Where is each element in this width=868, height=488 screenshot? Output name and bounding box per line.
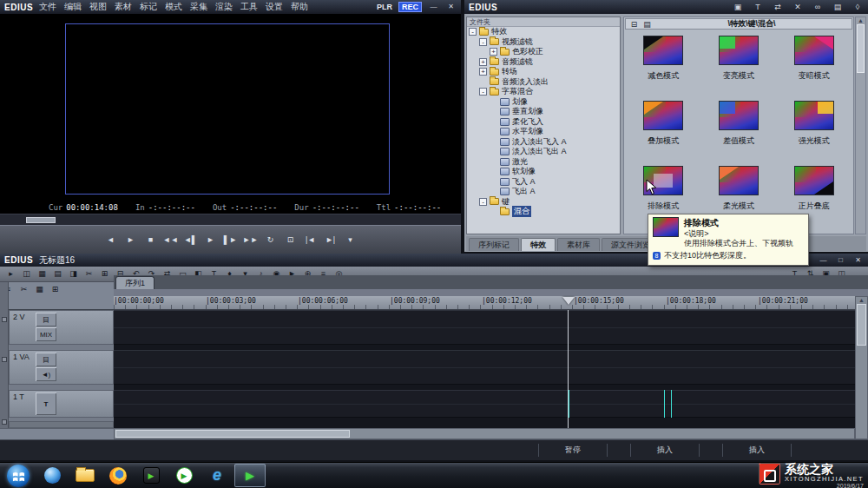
- minimize-icon[interactable]: —: [818, 255, 829, 266]
- tree-item-effects[interactable]: - 特效: [467, 27, 620, 37]
- tree-expander-icon[interactable]: -: [479, 88, 487, 96]
- bin-button[interactable]: ▤: [51, 268, 64, 280]
- scrollbar-thumb[interactable]: [857, 24, 865, 73]
- add-track-button[interactable]: ⊞: [98, 268, 111, 280]
- tree-expander-icon[interactable]: -: [479, 198, 487, 206]
- effect-subtract-mode[interactable]: 减色模式: [629, 36, 697, 82]
- track-select-dot[interactable]: [2, 357, 7, 362]
- timeline-horizontal-scrollbar[interactable]: [114, 428, 855, 439]
- new-bin-icon[interactable]: ▣: [732, 2, 744, 13]
- tree-expander-icon[interactable]: -: [469, 28, 477, 36]
- media-center-app-icon[interactable]: [36, 464, 68, 487]
- grid-icon[interactable]: ▦: [33, 283, 46, 295]
- link-icon[interactable]: ∞: [812, 2, 824, 13]
- menu-item[interactable]: 素材: [115, 1, 132, 13]
- menu-item[interactable]: 工具: [240, 1, 258, 13]
- playhead-line[interactable]: [568, 310, 569, 428]
- transition-icon[interactable]: ⇄: [772, 2, 784, 13]
- timeline-menu-button[interactable]: ▸: [4, 268, 17, 280]
- track-header-partial[interactable]: [9, 421, 114, 428]
- track-select-dot[interactable]: [2, 317, 7, 322]
- close-icon[interactable]: ✕: [852, 255, 864, 266]
- tree-item-blend[interactable]: 混合: [467, 207, 620, 217]
- palette-scrollbar[interactable]: ▲: [855, 16, 866, 234]
- seek-bar[interactable]: [0, 214, 461, 225]
- timeline-ruler[interactable]: |00:00:00;00|00:00:03;00|00:00:06;00|00:…: [114, 296, 855, 310]
- effect-difference-mode[interactable]: 差值模式: [705, 101, 773, 147]
- delete-icon[interactable]: ✕: [792, 2, 804, 13]
- playhead-handle[interactable]: [562, 297, 575, 305]
- more-options-button[interactable]: ▾: [343, 233, 358, 247]
- tree-expander-icon[interactable]: +: [490, 48, 497, 56]
- menu-item[interactable]: 模式: [165, 1, 182, 13]
- effect-multiply-mode[interactable]: 正片叠底: [780, 166, 848, 212]
- tree-item-audio-crossfade[interactable]: 音频淡入淡出: [467, 77, 620, 88]
- start-button[interactable]: [7, 465, 30, 487]
- mix-mode-button[interactable]: MIX: [36, 327, 56, 341]
- tab-effects[interactable]: 特效: [521, 238, 556, 251]
- display-mode-button[interactable]: ⊡: [283, 233, 299, 247]
- ripple-cut-icon[interactable]: ✂: [17, 283, 30, 295]
- timeline-tracks-area[interactable]: [114, 310, 855, 428]
- effect-lighten-mode[interactable]: 变亮模式: [705, 36, 773, 82]
- firefox-app-icon[interactable]: [102, 464, 134, 487]
- view-mode-icon[interactable]: ▤: [642, 18, 652, 30]
- track-select-dot[interactable]: [2, 419, 7, 425]
- tree-item-key[interactable]: - 键: [467, 197, 620, 208]
- track-header-2v[interactable]: 2 V 目 MIX: [9, 310, 114, 345]
- video-track-lane[interactable]: [114, 310, 855, 345]
- menu-item[interactable]: 文件: [39, 1, 56, 13]
- tree-item-soft-fly-in[interactable]: 柔化飞入: [467, 117, 620, 128]
- tree-expander-icon[interactable]: -: [479, 38, 487, 46]
- close-icon[interactable]: ✕: [445, 2, 457, 12]
- seek-thumb[interactable]: [26, 217, 56, 223]
- track-header-1t[interactable]: 1 T T: [9, 390, 114, 418]
- tree-item-vertical-wipe[interactable]: 垂直划像: [467, 107, 620, 117]
- stop-button[interactable]: ■: [143, 233, 159, 247]
- va-track-lane[interactable]: [114, 350, 855, 385]
- title-track-icon[interactable]: T: [36, 392, 56, 415]
- tree-item-fly-out-a[interactable]: 飞出 A: [467, 187, 620, 197]
- tree-expander-icon[interactable]: +: [479, 68, 487, 76]
- explorer-app-icon[interactable]: [69, 464, 101, 487]
- video-enable-icon[interactable]: 目: [36, 313, 56, 326]
- go-to-in-button[interactable]: |◄: [303, 233, 319, 247]
- internet-explorer-app-icon[interactable]: e: [201, 464, 233, 487]
- previous-frame-button[interactable]: ◄▌: [183, 233, 199, 247]
- view-list-icon[interactable]: ▤: [832, 2, 844, 13]
- go-to-out-button[interactable]: ►|: [323, 233, 339, 247]
- tree-item-audio-filters[interactable]: + 音频滤镜: [467, 57, 620, 68]
- green-player-app-icon[interactable]: ▶: [168, 464, 200, 487]
- palette-titlebar[interactable]: EDIUS ▣T⇄✕∞▤◊: [464, 0, 868, 14]
- kmplayer-app-icon[interactable]: ▶: [135, 464, 167, 487]
- scrollbar-thumb[interactable]: [115, 430, 350, 438]
- edius-active-app-icon[interactable]: ▶: [234, 464, 266, 487]
- effect-darken-mode[interactable]: 变暗模式: [780, 36, 848, 82]
- tree-expander-icon[interactable]: +: [479, 58, 487, 66]
- tree-item-soft-wipe[interactable]: 软划像: [467, 167, 620, 177]
- shuttle-left-button[interactable]: ◄: [103, 233, 119, 247]
- scrollbar-thumb[interactable]: [857, 304, 866, 346]
- folder-up-icon[interactable]: ⊟: [629, 18, 639, 30]
- shuttle-right-button[interactable]: ►: [123, 233, 139, 247]
- menu-item[interactable]: 渲染: [215, 1, 233, 13]
- tree-item-title-mixer[interactable]: - 字幕混合: [467, 87, 620, 97]
- title-track-lane[interactable]: [114, 390, 855, 418]
- effect-soft-light-mode[interactable]: 柔光模式: [705, 166, 773, 212]
- next-frame-button[interactable]: ▌►: [223, 233, 239, 247]
- effect-exclusion-mode[interactable]: 排除模式: [629, 166, 697, 212]
- menu-item[interactable]: 采集: [190, 1, 207, 13]
- cut-button[interactable]: ✂: [82, 268, 95, 280]
- effect-overlay-mode[interactable]: 叠加模式: [629, 101, 697, 147]
- save-project-button[interactable]: ◫: [20, 268, 33, 280]
- effect-hard-light-mode[interactable]: 强光模式: [780, 101, 848, 147]
- tree-item-fly-in-a[interactable]: 飞入 A: [467, 177, 620, 188]
- tree-item-wipe[interactable]: 划像: [467, 97, 620, 108]
- play-button[interactable]: ►: [203, 233, 219, 247]
- loop-button[interactable]: ↻: [263, 233, 279, 247]
- sequence-tab[interactable]: 序列1: [115, 276, 155, 289]
- title-tool-icon[interactable]: T: [752, 2, 764, 13]
- audio-enable-icon[interactable]: ◄): [36, 367, 56, 381]
- expand-icon[interactable]: ⊞: [49, 283, 62, 295]
- export-button[interactable]: ◨: [67, 268, 80, 280]
